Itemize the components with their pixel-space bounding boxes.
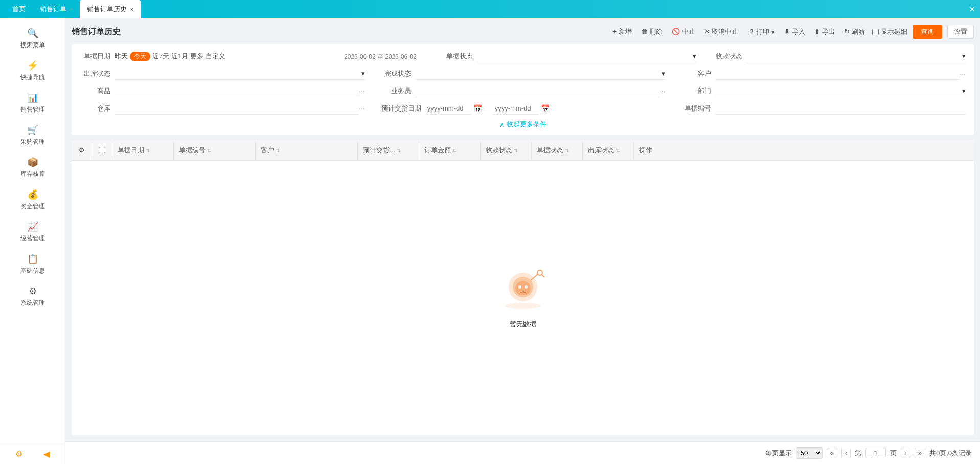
delivery-date-to[interactable]: [493, 102, 539, 115]
th-customer-sort-icon[interactable]: [276, 146, 280, 154]
th-operation-label: 操作: [639, 146, 652, 155]
export-button[interactable]: ⬆ 导出: [812, 26, 837, 37]
customer-input[interactable]: [715, 68, 960, 80]
filter-customer: 客户 ···: [680, 68, 966, 80]
prev-page-button[interactable]: ‹: [841, 448, 851, 458]
delete-button[interactable]: 🗑 删除: [639, 26, 665, 37]
th-settings[interactable]: ⚙: [72, 142, 92, 158]
th-doc-no-sort-icon[interactable]: [207, 146, 211, 154]
th-doc-status[interactable]: 单据状态: [532, 142, 583, 159]
th-delivery-sort-icon[interactable]: [397, 146, 401, 154]
tab-sales-order-history[interactable]: 销售订单历史 ×: [80, 0, 140, 18]
tab-sales-order[interactable]: 销售订单 ×: [33, 0, 80, 18]
sidebar-item-quick-nav[interactable]: ⚡ 快捷导航: [0, 55, 65, 87]
doc-date-label: 单据日期: [80, 52, 110, 61]
th-delivery[interactable]: 预计交货...: [358, 142, 419, 159]
th-amount-sort-icon[interactable]: [452, 146, 457, 154]
content-area: 销售订单历史 + 新增 🗑 删除 🚫 中止 ✕ 取消中止 �: [65, 18, 980, 464]
th-doc-no[interactable]: 单据编号: [174, 142, 256, 159]
th-out-status-sort-icon[interactable]: [616, 146, 620, 154]
sidebar-item-finance[interactable]: 💰 资金管理: [0, 184, 65, 216]
sidebar-item-search-menu[interactable]: 🔍 搜索菜单: [0, 23, 65, 55]
product-input[interactable]: [115, 85, 359, 97]
sidebar-item-sales-mgmt[interactable]: 📊 销售管理: [0, 87, 65, 119]
warehouse-dots[interactable]: ···: [359, 104, 365, 113]
display-cols-checkbox-label[interactable]: 显示碰细: [872, 27, 907, 36]
collapse-row[interactable]: ∧ 收起更多条件: [80, 120, 966, 129]
search-menu-icon: 🔍: [27, 28, 38, 39]
svg-point-6: [537, 270, 542, 275]
date-shortcut-1month[interactable]: 近1月: [171, 52, 188, 61]
salesperson-input[interactable]: [415, 85, 659, 97]
settings-button[interactable]: 设置: [947, 25, 974, 39]
page-size-select[interactable]: 50 10 20 100: [796, 447, 823, 459]
sidebar-item-operations[interactable]: 📈 经营管理: [0, 216, 65, 248]
sidebar-collapse-icon[interactable]: ◀: [43, 449, 50, 459]
product-dots[interactable]: ···: [359, 87, 365, 95]
th-doc-status-sort-icon[interactable]: [565, 146, 569, 154]
query-button[interactable]: 查询: [913, 25, 942, 39]
complete-status-select[interactable]: [415, 68, 666, 80]
salesperson-dots[interactable]: ···: [659, 87, 666, 95]
refresh-button[interactable]: ↻ 刷新: [842, 26, 867, 37]
date-filter: 昨天 今天 近7天 近1月 更多 自定义: [115, 52, 334, 61]
dept-select[interactable]: [715, 85, 966, 97]
window-close-button[interactable]: ×: [969, 4, 975, 15]
tab-home[interactable]: 首页: [5, 0, 33, 18]
sidebar-settings-icon[interactable]: ⚙: [15, 449, 22, 459]
select-all-checkbox[interactable]: [99, 147, 105, 153]
th-checkbox[interactable]: [92, 143, 112, 158]
th-doc-status-label: 单据状态: [537, 146, 563, 155]
doc-no-input[interactable]: [715, 102, 966, 115]
sales-mgmt-icon: 📊: [27, 92, 38, 103]
basic-info-icon: 📋: [27, 253, 38, 264]
date-shortcut-custom[interactable]: 自定义: [206, 52, 225, 61]
sidebar-item-basic-info[interactable]: 📋 基础信息: [0, 248, 65, 280]
delivery-date-from[interactable]: [425, 102, 471, 115]
th-doc-date-sort-icon[interactable]: [146, 146, 150, 154]
add-button[interactable]: + 新增: [610, 26, 633, 37]
th-pay-status-sort-icon[interactable]: [514, 146, 518, 154]
main-layout: 🔍 搜索菜单 ⚡ 快捷导航 📊 销售管理 🛒 采购管理 📦 库存核算 💰 资金管…: [0, 18, 980, 464]
delete-label: 🗑 删除: [641, 27, 663, 36]
tab-sales-order-close[interactable]: ×: [70, 6, 73, 12]
tab-sales-order-history-close[interactable]: ×: [130, 6, 133, 12]
page-unit-label: 页: [890, 449, 897, 458]
sidebar-item-inventory[interactable]: 📦 库存核算: [0, 151, 65, 184]
stop-label: 🚫 中止: [672, 27, 695, 36]
date-shortcut-yesterday[interactable]: 昨天: [115, 52, 128, 61]
warehouse-input[interactable]: [115, 102, 359, 115]
last-page-button[interactable]: »: [915, 448, 925, 458]
sidebar-item-sys-mgmt-label: 系统管理: [20, 299, 45, 307]
print-dropdown-icon[interactable]: [771, 28, 775, 36]
first-page-button[interactable]: «: [827, 448, 837, 458]
th-doc-date[interactable]: 单据日期: [112, 142, 174, 159]
delivery-date-to-cal-icon[interactable]: 📅: [541, 104, 550, 113]
delivery-date-from-cal-icon[interactable]: 📅: [473, 104, 482, 113]
display-cols-checkbox[interactable]: [872, 29, 879, 35]
cancel-stop-button[interactable]: ✕ 取消中止: [702, 26, 741, 37]
th-amount[interactable]: 订单金额: [419, 142, 481, 159]
doc-status-select[interactable]: [477, 50, 696, 62]
customer-dots[interactable]: ···: [960, 70, 966, 78]
th-out-status-label: 出库状态: [588, 146, 614, 155]
page-number-input[interactable]: [865, 448, 886, 458]
sidebar-item-purchase-mgmt[interactable]: 🛒 采购管理: [0, 119, 65, 151]
date-shortcut-today[interactable]: 今天: [130, 52, 150, 61]
date-shortcut-7days[interactable]: 近7天: [152, 52, 169, 61]
th-customer[interactable]: 客户: [256, 142, 358, 159]
settings-gear-icon[interactable]: ⚙: [79, 146, 85, 154]
out-status-select[interactable]: [115, 68, 365, 80]
th-pay-status[interactable]: 收款状态: [481, 142, 532, 159]
out-status-label: 出库状态: [80, 69, 110, 78]
print-button[interactable]: 🖨 打印: [746, 26, 778, 37]
th-out-status[interactable]: 出库状态: [583, 142, 634, 159]
import-button[interactable]: ⬇ 导入: [782, 26, 807, 37]
sidebar-item-sys-mgmt[interactable]: ⚙ 系统管理: [0, 280, 65, 313]
date-shortcut-more[interactable]: 更多: [190, 52, 203, 61]
stop-button[interactable]: 🚫 中止: [670, 26, 697, 37]
next-page-button[interactable]: ›: [901, 448, 910, 458]
pay-status-select[interactable]: [746, 50, 966, 62]
table-card: ⚙ 单据日期 单据编号 客户: [72, 140, 974, 435]
filter-row-1: 单据日期 昨天 今天 近7天 近1月 更多 自定义 2: [80, 50, 966, 62]
